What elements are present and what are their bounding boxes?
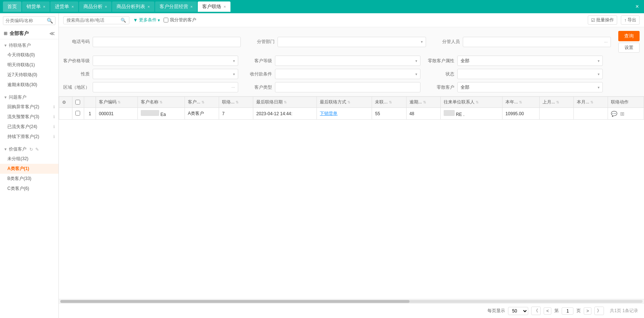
my-customers-checkbox[interactable]: 我分管的客户 [164, 17, 196, 23]
sidebar-item-7days[interactable]: 近7天待联络(0) [0, 70, 58, 80]
first-page-btn[interactable]: 《 [531, 307, 541, 315]
td-rownum: 1 [84, 108, 96, 120]
tab-purchase-close[interactable]: × [71, 4, 74, 9]
edit-icon[interactable]: ✎ [35, 147, 39, 152]
adv-input-dept[interactable]: ▾ [278, 37, 426, 47]
sidebar-group-value-title[interactable]: ▼ 价值客户 ↻ ✎ [0, 145, 58, 154]
tab-sales[interactable]: 销货单 × [22, 1, 50, 12]
qr-icon[interactable]: ⊞ [620, 111, 625, 117]
scrollbar-thumb[interactable] [60, 300, 409, 303]
info-icon4: ℹ [53, 134, 55, 139]
adv-input-customer-type[interactable] [275, 82, 421, 92]
sidebar-item-class-b[interactable]: B类客户(33) [0, 174, 58, 184]
th-overdue[interactable]: 逾期... ⇅ [406, 97, 440, 108]
batch-op-button[interactable]: ☑ 批量操作 [588, 15, 617, 25]
th-category[interactable]: 客户... ⇅ [185, 97, 219, 108]
sidebar-group-problem-title[interactable]: ▼ 问题客户 [0, 93, 58, 102]
th-last-method[interactable]: 最后联络方式 ⇅ [317, 97, 372, 108]
th-this-year[interactable]: 本年... ⇅ [502, 97, 540, 108]
adv-field-retail: 零散客户 全部 ▾ [428, 82, 603, 92]
adv-input-status[interactable]: ▾ [457, 69, 603, 79]
sidebar-group-pending: ▼ 待联络客户 今天待联络(0) 明天待联络(1) 近7天待联络(0) 逾期未联… [0, 39, 58, 91]
th-action-label: 联络动作 [611, 99, 629, 105]
sidebar-item-class-c[interactable]: C类客户(6) [0, 184, 58, 194]
refresh-icon[interactable]: ↻ [29, 147, 33, 152]
sidebar-search-box[interactable]: 🔍 [3, 16, 56, 25]
more-btn-icon[interactable]: ··· [604, 40, 608, 44]
per-page-select[interactable]: 50 100 200 [508, 307, 528, 315]
tab-customer-segment-close[interactable]: × [190, 4, 193, 9]
tab-home[interactable]: 首页 [3, 1, 21, 12]
sidebar-all-customers[interactable]: ⊞ 全部客户 ≪ [0, 28, 58, 39]
adv-input-phone[interactable] [93, 37, 241, 47]
tab-customer-contact[interactable]: 客户联络 × [198, 1, 230, 12]
tab-analysis-close[interactable]: × [105, 4, 107, 9]
tab-purchase[interactable]: 进货单 × [50, 1, 78, 12]
adv-input-region[interactable]: ··· [93, 82, 238, 92]
sidebar-item-churned[interactable]: 已流失客户(24) ℹ [0, 122, 58, 132]
group-value-label: 价值客户 [9, 146, 26, 152]
last-contact-method[interactable]: 下销货单 [320, 111, 337, 116]
customer-name-char: Ea [161, 112, 166, 117]
adv-input-retail-attr[interactable]: 全部 ▾ [457, 56, 603, 66]
page-prefix: 第 [554, 308, 559, 314]
th-no-contact[interactable]: 未联... ⇅ [372, 97, 406, 108]
settings-button[interactable]: 设置 [618, 43, 640, 53]
filter-search-input[interactable] [67, 18, 119, 23]
row-checkbox[interactable] [75, 111, 80, 116]
scrollbar-track[interactable] [60, 300, 643, 303]
filter-more-btn[interactable]: ▼ 更多条件 ▾ [133, 17, 160, 23]
more-btn-icon2[interactable]: ··· [232, 85, 235, 89]
page-number-input[interactable] [562, 307, 573, 315]
th-checkbox-input[interactable] [75, 100, 80, 105]
th-checkbox[interactable] [72, 97, 84, 108]
th-contact[interactable]: 联络... ⇅ [219, 97, 253, 108]
th-name[interactable]: 客户名称 ⇅ [138, 97, 185, 108]
last-page-btn[interactable]: 》 [594, 307, 604, 315]
th-last-month[interactable]: 上月... ⇅ [539, 97, 573, 108]
filter-search-box[interactable]: 🔍 [63, 16, 129, 24]
sidebar-item-unclassified[interactable]: 未分组(32) [0, 154, 58, 164]
sidebar-item-repurchase-abnormal[interactable]: 回购异常客户(2) ℹ [0, 102, 58, 112]
export-button[interactable]: ↑ 导出 [621, 15, 640, 25]
sidebar-item-tomorrow[interactable]: 明天待联络(1) [0, 60, 58, 70]
sidebar-search-input[interactable] [6, 18, 45, 23]
sidebar-search-icon[interactable]: 🔍 [47, 18, 53, 24]
tab-analysis-list-close[interactable]: × [147, 4, 150, 9]
adv-input-nature[interactable]: ▾ [93, 69, 238, 79]
sidebar-item-class-a[interactable]: A类客户(1) [0, 164, 58, 174]
prev-page-btn[interactable]: < [544, 307, 551, 315]
query-button[interactable]: 查询 [618, 31, 640, 41]
chat-icon[interactable]: 💬 [611, 111, 617, 117]
th-last-date[interactable]: 最后联络日期 ⇅ [253, 97, 317, 108]
my-customers-check[interactable] [164, 18, 168, 22]
tab-sales-close[interactable]: × [43, 4, 45, 9]
sidebar-item-today[interactable]: 今天待联络(0) [0, 50, 58, 60]
filter-search-icon[interactable]: 🔍 [121, 18, 126, 23]
th-settings[interactable]: ⚙ [59, 97, 72, 108]
adv-input-manager[interactable]: ··· [463, 37, 611, 47]
adv-input-payment[interactable]: ▾ [275, 69, 421, 79]
sidebar-item-churn-warning[interactable]: 流失预警客户(3) ℹ [0, 112, 58, 122]
td-checkbox-cell[interactable] [72, 108, 84, 120]
nav-close-all[interactable]: × [633, 3, 641, 10]
adv-input-customer-level[interactable]: ▾ [275, 56, 421, 66]
next-page-btn[interactable]: > [584, 307, 591, 315]
adv-input-price-level[interactable]: ▾ [93, 56, 238, 66]
tab-analysis[interactable]: 商品分析 × [79, 1, 111, 12]
adv-input-retail[interactable]: 全部 ▾ [457, 82, 603, 92]
settings-icon[interactable]: ⚙ [62, 100, 66, 105]
tab-customer-contact-close[interactable]: × [223, 4, 226, 9]
tab-analysis-list[interactable]: 商品分析列表 × [112, 1, 154, 12]
collapse-icon[interactable]: ≪ [49, 31, 55, 36]
dropdown-arrow-icon7: ▾ [598, 72, 600, 76]
info-icon3: ℹ [53, 124, 55, 129]
tab-customer-segment[interactable]: 客户分层经营 × [155, 1, 197, 12]
th-this-month[interactable]: 本月... ⇅ [574, 97, 608, 108]
sidebar-item-overdue[interactable]: 逾期未联络(30) [0, 80, 58, 90]
th-code[interactable]: 客户编码 ⇅ [96, 97, 138, 108]
sidebar-group-pending-title[interactable]: ▼ 待联络客户 [0, 41, 58, 50]
sidebar-item-declining[interactable]: 持续下滑客户(2) ℹ [0, 132, 58, 142]
th-unit-contact[interactable]: 往来单位联系人 ⇅ [440, 97, 502, 108]
horizontal-scrollbar[interactable] [59, 299, 644, 303]
